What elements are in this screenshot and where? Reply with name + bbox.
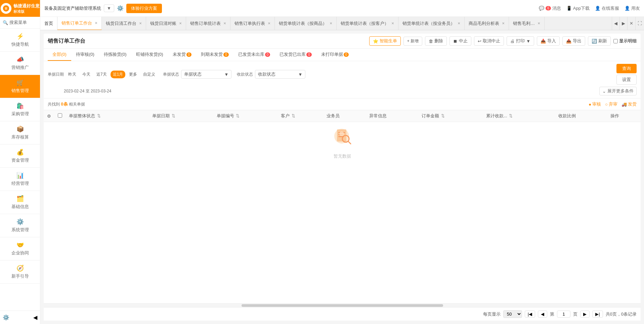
sort-amount-icon[interactable]: ⇅	[441, 113, 445, 118]
expand-btn[interactable]: ⌄ 展开更多条件	[599, 87, 637, 95]
tab-sales-stats[interactable]: 销售订单统计表 ✕	[186, 17, 230, 30]
subtab-pending-review[interactable]: 待审核(0)	[71, 49, 99, 61]
date-btn-7days[interactable]: 近7天	[94, 71, 109, 78]
subtab-not-printed[interactable]: 未打印单据0	[316, 49, 354, 61]
tab-cash-daily-close[interactable]: ✕	[139, 22, 142, 25]
tab-margin-analysis-close[interactable]: ✕	[502, 22, 505, 25]
tab-cash-reconcile[interactable]: 钱货日清对账 ✕	[146, 17, 186, 30]
status-select[interactable]: 单据状态 ▼	[181, 70, 231, 79]
user-item[interactable]: 👤 用友	[625, 5, 640, 11]
settings-icon[interactable]: ⚙️	[117, 5, 124, 11]
online-service-item[interactable]: 👤 在线客服	[595, 5, 619, 11]
tab-sales-customer-close[interactable]: ✕	[391, 22, 394, 25]
tab-sales-margin-close[interactable]: ✕	[538, 22, 540, 25]
tab-prev[interactable]: ◀	[612, 17, 619, 30]
system-name: 装备及固定资产辅助管理系统	[44, 5, 101, 11]
tab-sales-product[interactable]: 销货单统计表（按商品） ✕	[275, 17, 337, 30]
tab-sales-customer[interactable]: 销货单统计表（按客户） ✕	[337, 17, 398, 30]
tab-sales-workbench[interactable]: 销售订单工作台 ✕	[57, 17, 102, 30]
first-page-btn[interactable]: |◀	[525, 311, 535, 318]
tab-sales-staff-close[interactable]: ✕	[458, 22, 460, 25]
sort-number-icon[interactable]: ⇅	[236, 113, 240, 118]
tab-sales-exec-close[interactable]: ✕	[268, 22, 270, 25]
sort-status-icon[interactable]: ⇅	[97, 113, 101, 118]
ship-btn[interactable]: 🚚 发货	[621, 101, 637, 107]
date-btn-yesterday[interactable]: 昨天	[66, 71, 79, 78]
subtab-shipped-not-out[interactable]: 已发货未出库0	[233, 49, 275, 61]
sidebar-item-finance[interactable]: 💰 资金管理	[0, 145, 40, 168]
select-all-checkbox[interactable]	[58, 113, 62, 118]
export-btn[interactable]: 📤 导出	[562, 36, 585, 46]
tab-cash-reconcile-close[interactable]: ✕	[179, 22, 182, 25]
date-btn-today[interactable]: 今天	[80, 71, 93, 78]
cancel-stop-btn[interactable]: ↩ 取消中止	[474, 36, 504, 46]
tab-home[interactable]: 首页	[40, 17, 57, 30]
prev-page-btn[interactable]: ◀	[538, 311, 547, 318]
sidebar-item-purchase[interactable]: 🛍️ 采购管理	[0, 98, 40, 121]
delete-btn[interactable]: 🗑 删除	[425, 36, 447, 46]
cancel-review-btn[interactable]: ○ 弃审	[605, 101, 617, 107]
sidebar-item-system[interactable]: ⚙️ 系统管理	[0, 214, 40, 237]
tab-sales-exec[interactable]: 销售订单执行表 ✕	[230, 17, 275, 30]
sidebar-settings-icon[interactable]: ⚙️	[3, 314, 9, 321]
tab-sales-staff[interactable]: 销货单统计表（按业务员） ✕	[398, 17, 465, 30]
sidebar-item-marketing[interactable]: 📣 营销推广	[0, 52, 40, 75]
date-btn-more[interactable]: 更多	[127, 71, 139, 78]
tab-cash-daily[interactable]: 钱货日清工作台 ✕	[102, 17, 146, 30]
sort-collected-icon[interactable]: ⇅	[509, 113, 513, 118]
sort-date-icon[interactable]: ⇅	[172, 113, 175, 118]
sidebar-item-inventory[interactable]: 📦 库存核算	[0, 121, 40, 145]
subtab-pending-check[interactable]: 待拣验货(0)	[99, 49, 131, 61]
print-btn[interactable]: 🖨 打印 ▼	[507, 36, 534, 46]
payment-select[interactable]: 收款状态 ▼	[255, 70, 305, 79]
last-page-btn[interactable]: ▶|	[592, 311, 603, 318]
industry-btn[interactable]: 体验行业方案	[126, 4, 162, 13]
sidebar-collapse-icon[interactable]: ◀	[33, 314, 37, 321]
system-dropdown[interactable]: ▼	[104, 4, 114, 12]
tab-sales-stats-close[interactable]: ✕	[223, 22, 226, 25]
show-detail-label[interactable]: 显示明细	[613, 38, 637, 44]
subtab-shipped-out[interactable]: 已发货已出库0	[275, 49, 316, 61]
date-btn-1month[interactable]: 近1月	[111, 71, 126, 78]
sidebar-item-quicknav[interactable]: ⚡ 快捷导航	[0, 29, 40, 52]
smart-create-btn[interactable]: ⭐ 智能生单	[369, 36, 401, 46]
tab-sales-workbench-close[interactable]: ✕	[95, 21, 97, 25]
sidebar-item-enterprise[interactable]: 🤝 企业协同	[0, 237, 40, 260]
next-page-btn[interactable]: ▶	[580, 311, 590, 318]
table-scroll-area[interactable]: ⚙ 单据整体状态 ⇅ 单据日期 ⇅ 单据编号 ⇅ 客户 ⇅ 业务员 异常信息 订…	[44, 110, 641, 303]
subtab-not-shipped[interactable]: 未发货0	[168, 49, 197, 61]
tab-maximize[interactable]: ⛶	[635, 17, 644, 30]
tab-sales-product-close[interactable]: ✕	[330, 22, 332, 25]
show-detail-checkbox[interactable]	[613, 39, 618, 43]
sidebar-item-guide[interactable]: 🧭 新手引导	[0, 260, 40, 284]
import-btn[interactable]: 📥 导入	[537, 36, 560, 46]
sidebar-item-base[interactable]: 🗂️ 基础信息	[0, 191, 40, 214]
app-download-item[interactable]: 📱 App下载	[566, 5, 590, 11]
message-item[interactable]: 💬 6 消息	[539, 5, 561, 11]
per-page-select[interactable]: 50 100 200	[503, 310, 522, 318]
tab-close-all[interactable]: ✕	[627, 17, 635, 30]
tab-margin-analysis[interactable]: 商品毛利分析表 ✕	[465, 17, 509, 30]
date-btn-custom[interactable]: 自定义	[141, 71, 158, 78]
refresh-btn[interactable]: 🔄 刷新	[588, 36, 611, 46]
sort-customer-icon[interactable]: ⇅	[292, 113, 295, 118]
th-settings[interactable]: ⚙	[44, 110, 54, 122]
query-btn[interactable]: 查询	[616, 64, 637, 73]
sidebar-item-sales[interactable]: 🛒 销售管理	[0, 75, 40, 98]
stop-btn[interactable]: ⏹ 中止	[449, 36, 471, 46]
sidebar-search[interactable]: 🔍 搜索菜单	[0, 17, 40, 29]
per-page-label: 每页显示	[483, 311, 501, 317]
filter-date-item: 单据日期 昨天 今天 近7天 近1月 更多 自定义	[48, 71, 158, 78]
page-input[interactable]	[557, 311, 570, 318]
review-btn[interactable]: ● 审核	[589, 101, 601, 107]
tab-sales-margin[interactable]: 销售毛利… ✕	[509, 17, 545, 30]
subtab-wangpu-ship[interactable]: 旺铺待发货(0)	[131, 49, 168, 61]
subtab-overdue-ship[interactable]: 到期未发货0	[196, 49, 233, 61]
tab-next[interactable]: ▶	[619, 17, 627, 30]
sidebar-item-operations[interactable]: 📊 经营管理	[0, 168, 40, 191]
new-btn[interactable]: + 新增	[403, 37, 422, 46]
set-btn[interactable]: 设置	[616, 75, 637, 85]
subtab-all[interactable]: 全部(0)	[48, 49, 71, 61]
th-checkbox[interactable]	[54, 110, 66, 122]
scroll-bar-area[interactable]	[44, 303, 641, 307]
